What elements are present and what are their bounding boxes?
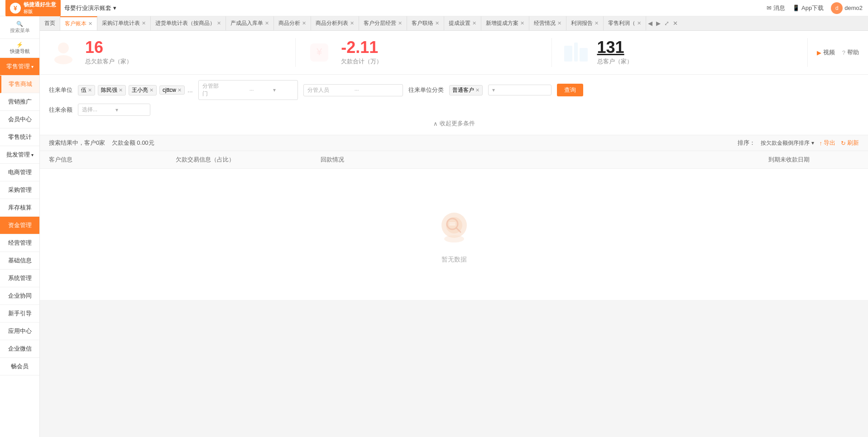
tab-customer-balance[interactable]: 客户账本 ✕ — [60, 16, 97, 31]
message-label: 消息 — [773, 4, 785, 12]
tab-product-analysis-list-close[interactable]: ✕ — [350, 20, 354, 26]
sidebar-item-vip[interactable]: 畅会员 — [0, 358, 39, 375]
help-icon: ? — [842, 49, 845, 56]
tab-customer-tier-close[interactable]: ✕ — [398, 20, 402, 26]
stat-customers-label: 总欠款客户（家） — [85, 57, 132, 66]
sidebar-item-purchase[interactable]: 采购管理 — [0, 181, 39, 199]
sidebar-item-basic[interactable]: 基础信息 — [0, 252, 39, 270]
tab-home[interactable]: 首页 — [40, 16, 60, 31]
sidebar-item-stock[interactable]: 库存核算 — [0, 199, 39, 217]
filter-tag-chen-close[interactable]: ✕ — [119, 87, 123, 93]
sidebar-item-marketing[interactable]: 营销推广 — [0, 93, 39, 111]
sidebar-item-enterprise[interactable]: 企业协同 — [0, 287, 39, 305]
svg-rect-4 — [564, 46, 572, 62]
filter-tag-wu: 伍 ✕ — [78, 85, 95, 95]
refresh-btn[interactable]: ↻ 刷新 — [841, 139, 859, 147]
results-bar-right: 排序： 按欠款金额倒序排序 ▾ ↑ 导出 ↻ 刷新 — [738, 139, 859, 147]
tab-stock-stat-close[interactable]: ✕ — [217, 20, 221, 26]
app-download-item[interactable]: 📱 App下载 — [792, 4, 824, 12]
stat-debt-info: -2.11 欠款合计（万） — [341, 39, 382, 66]
balance-dropdown[interactable]: 选择... ▾ — [78, 104, 150, 116]
sidebar-quick-nav[interactable]: ⚡ 快捷导航 — [0, 39, 39, 58]
collapse-arrow-icon: ∧ — [433, 120, 438, 127]
user-item[interactable]: d demo2 — [831, 2, 863, 14]
help-btn[interactable]: ? 帮助 — [842, 48, 859, 57]
filter-tag-wu-text: 伍 — [81, 86, 86, 94]
help-label: 帮助 — [847, 48, 859, 57]
video-btn[interactable]: ▶ 视频 — [817, 48, 835, 57]
filter-more-btn[interactable]: ... — [187, 86, 193, 94]
sidebar-item-wechat[interactable]: 企业微信 — [0, 340, 39, 358]
sidebar-item-business[interactable]: 经营管理 — [0, 234, 39, 252]
stat-total: 131 总客户（家） — [561, 38, 808, 67]
tab-product-analysis[interactable]: 商品分析 ✕ — [274, 16, 311, 31]
tab-profit-report[interactable]: 利润报告 ✕ — [566, 16, 604, 31]
tab-purchase-order[interactable]: 采购订单统计表 ✕ — [97, 16, 151, 31]
filter-tag-wang: 王小亮 ✕ — [129, 85, 157, 95]
tab-promotion-settings-close[interactable]: ✕ — [472, 20, 476, 26]
account-selector[interactable]: 母婴行业演示账套 ▾ — [64, 4, 116, 12]
tab-retail-profit[interactable]: 零售利润（ ✕ — [604, 16, 646, 31]
tab-business-status[interactable]: 经营情况 ✕ — [529, 16, 566, 31]
sort-dropdown[interactable]: 按欠款金额倒序排序 ▾ — [761, 139, 814, 147]
top-bar-right: ✉ 消息 📱 App下载 d demo2 — [767, 2, 863, 14]
tab-retail-profit-close[interactable]: ✕ — [637, 20, 641, 26]
tab-profit-report-close[interactable]: ✕ — [595, 20, 599, 26]
export-btn[interactable]: ↑ 导出 — [820, 139, 836, 147]
tabs-next[interactable]: ▶ — [654, 20, 662, 27]
tab-stock-stat[interactable]: 进货单统计表（按商品） ✕ — [151, 16, 226, 31]
sidebar-item-system[interactable]: 系统管理 — [0, 270, 39, 287]
tab-new-promotion-label: 新增提成方案 — [486, 19, 518, 27]
sidebar-item-member[interactable]: 会员中心 — [0, 111, 39, 128]
message-icon: ✉ — [767, 5, 772, 11]
sidebar-label-wechat: 企业微信 — [8, 345, 32, 352]
dept-arrow-icon: ▾ — [273, 87, 294, 93]
tab-new-promotion-close[interactable]: ✕ — [520, 20, 524, 26]
tab-customer-contact-label: 客户联络 — [412, 19, 433, 27]
sidebar-item-ecommerce[interactable]: 电商管理 — [0, 164, 39, 181]
query-button[interactable]: 查询 — [557, 84, 583, 96]
tab-product-analysis-list[interactable]: 商品分析列表 ✕ — [311, 16, 359, 31]
collapse-btn[interactable]: ∧ 收起更多条件 — [49, 119, 859, 128]
tab-customer-contact[interactable]: 客户联络 ✕ — [407, 16, 444, 31]
sidebar-label-guide: 新手引导 — [8, 310, 32, 317]
person-dropdown[interactable]: 分管人员 ··· — [303, 84, 403, 96]
tab-product-entry-close[interactable]: ✕ — [265, 20, 269, 26]
account-dropdown-icon: ▾ — [113, 5, 116, 11]
tab-new-promotion[interactable]: 新增提成方案 ✕ — [481, 16, 529, 31]
sidebar-label-retail: 零售管理 — [6, 62, 30, 71]
dept-dropdown[interactable]: 分管部门 ··· ▾ — [198, 80, 298, 100]
tab-product-entry[interactable]: 产成品入库单 ✕ — [226, 16, 274, 31]
sidebar-item-guide[interactable]: 新手引导 — [0, 305, 39, 323]
tab-customer-balance-close[interactable]: ✕ — [88, 21, 92, 27]
tab-customer-contact-close[interactable]: ✕ — [435, 20, 439, 26]
sidebar-item-wholesale[interactable]: 批发管理 ▾ — [0, 146, 39, 164]
app-title-group: 畅捷通好生意 标版 — [24, 1, 56, 15]
filter-unit-tags: 伍 ✕ 陈民强 ✕ 王小亮 ✕ cjttcw ✕ — [78, 85, 193, 95]
filter-tag-cjttcw-close[interactable]: ✕ — [177, 87, 182, 93]
unit-class-dropdown[interactable]: ▾ — [488, 85, 551, 95]
filter-tag-normal-close[interactable]: ✕ — [475, 87, 480, 93]
tab-purchase-order-close[interactable]: ✕ — [142, 20, 146, 26]
filter-tag-wang-close[interactable]: ✕ — [149, 87, 153, 93]
tab-promotion-settings[interactable]: 提成设置 ✕ — [444, 16, 481, 31]
tabs-close-all[interactable]: ✕ — [671, 20, 680, 27]
tabs-expand[interactable]: ⤢ — [662, 20, 671, 27]
mobile-icon: 📱 — [792, 5, 800, 11]
sidebar-label-vip: 畅会员 — [11, 363, 29, 370]
tab-product-analysis-close[interactable]: ✕ — [302, 20, 306, 26]
filter-tag-wu-close[interactable]: ✕ — [88, 87, 92, 93]
sidebar-item-retail-mgmt[interactable]: 零售管理 ▾ — [0, 58, 39, 76]
sidebar-item-retail-stats[interactable]: 零售统计 — [0, 128, 39, 146]
sidebar-search[interactable]: 🔍 搜索菜单 — [0, 16, 39, 39]
sidebar-item-finance[interactable]: 资金管理 — [0, 217, 39, 234]
tab-stock-stat-label: 进货单统计表（按商品） — [155, 19, 215, 27]
tab-business-status-close[interactable]: ✕ — [557, 20, 561, 26]
message-item[interactable]: ✉ 消息 — [767, 4, 785, 12]
tabs-prev[interactable]: ◀ — [646, 20, 654, 27]
sidebar-item-appcenter[interactable]: 应用中心 — [0, 323, 39, 340]
svg-rect-6 — [580, 48, 588, 62]
sidebar-item-retail-store[interactable]: 零售商城 — [0, 76, 39, 93]
stat-debt-number: -2.11 — [341, 39, 382, 56]
tab-customer-tier[interactable]: 客户分层经营 ✕ — [359, 16, 407, 31]
